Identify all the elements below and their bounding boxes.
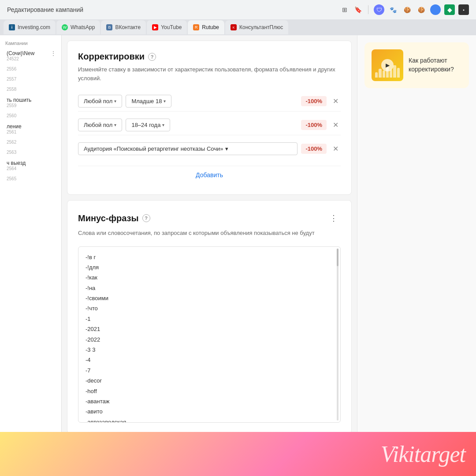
phrase-15: -авито: [86, 406, 333, 416]
sidebar-item-6[interactable]: ление 2561: [0, 121, 61, 137]
gender-select-0[interactable]: Любой пол ▾: [78, 95, 122, 108]
sidebar-item-9[interactable]: ч выезд 2564: [0, 157, 61, 174]
sidebar-item-name-0: (Сочи)\New: [7, 50, 56, 56]
video-thumbnail: ▶: [372, 49, 403, 81]
gender-select-1[interactable]: Любой пол ▾: [78, 119, 122, 131]
corrections-title-text: Корректировки: [78, 52, 145, 62]
minus-help-icon[interactable]: ?: [142, 214, 150, 222]
remove-btn-2[interactable]: ✕: [330, 144, 341, 154]
phrase-4: -!своими: [86, 293, 333, 303]
chevron-down-icon-3: ▾: [162, 123, 164, 127]
chart-bar-0: [375, 72, 378, 78]
content-area: Корректировки ? Изменяйте ставку в завис…: [62, 35, 357, 476]
tab-vk[interactable]: В ВКонтакте: [101, 20, 146, 34]
corrections-help-icon[interactable]: ?: [148, 53, 156, 61]
sidebar-item-1[interactable]: 2556: [0, 64, 61, 74]
phrase-3: -!на: [86, 283, 333, 293]
adjustment-row-0: Любой пол ▾ Младше 18 ▾ -100% ✕: [78, 91, 341, 112]
diamond-ext-icon[interactable]: ◆: [444, 4, 455, 15]
condition-label-1: 18–24 года: [131, 122, 160, 128]
tab-investing[interactable]: i Investing.com: [4, 20, 56, 34]
sidebar-item-id-4: 2559: [7, 103, 56, 108]
cookie1-ext-icon[interactable]: 🍪: [402, 4, 413, 15]
phrase-1: -!для: [86, 262, 333, 272]
gender-label-0: Любой пол: [84, 98, 112, 104]
chevron-down-icon-4: ▾: [225, 145, 228, 152]
phrase-14: -авантаж: [86, 396, 333, 406]
tab-whatsapp-label: WhatsApp: [71, 24, 95, 30]
chevron-down-icon-0: ▾: [114, 99, 116, 104]
sidebar-item-id-5: 2560: [7, 113, 56, 118]
corrections-card: Корректировки ? Изменяйте ставку в завис…: [67, 41, 352, 195]
whatsapp-favicon: W: [62, 24, 68, 30]
phrases-box[interactable]: -!в г -!для -!как -!на -!своими -!что -1…: [78, 246, 341, 423]
scrollbar-thumb[interactable]: [337, 249, 338, 266]
rutube-favicon: R: [193, 24, 199, 30]
tab-rutube-label: Rutube: [202, 24, 219, 30]
tab-icon[interactable]: ⊞: [340, 5, 350, 15]
browser-title: Редактирование кампаний: [7, 6, 83, 13]
video-card[interactable]: ▶ Как работают корректировки?: [364, 42, 469, 88]
remove-btn-0[interactable]: ✕: [330, 96, 341, 107]
watermark: Vikitarget: [0, 432, 476, 476]
sidebar-item-3[interactable]: 2558: [0, 84, 61, 94]
sidebar-item-8[interactable]: 2563: [0, 147, 61, 157]
square-ext-icon[interactable]: ▪: [458, 4, 469, 15]
scrollbar-track: [337, 249, 338, 420]
sidebar-item-10[interactable]: 2565: [0, 174, 61, 184]
remove-btn-1[interactable]: ✕: [330, 120, 341, 130]
sidebar-item-name-9: ч выезд: [7, 160, 56, 166]
sidebar-item-id-10: 2565: [7, 176, 56, 181]
bookmark-icon[interactable]: 🔖: [353, 5, 363, 15]
minus-title-text: Минус-фразы: [78, 213, 139, 223]
consultant-favicon: К: [231, 24, 237, 30]
cookie2-ext-icon[interactable]: 🍪: [416, 4, 427, 15]
phrase-8: -2022: [86, 335, 333, 345]
condition-select-1[interactable]: 18–24 года ▾: [126, 119, 170, 131]
tab-youtube-label: YouTube: [161, 24, 182, 30]
phrase-16: -автозаводская: [86, 417, 333, 423]
audience-label-0: Аудитория «Поисковый ретаргетинг неотказ…: [84, 145, 223, 152]
shield-ext-icon[interactable]: 🛡: [374, 4, 384, 15]
tab-youtube[interactable]: ▶ YouTube: [147, 20, 187, 34]
sidebar-item-id-9: 2564: [7, 166, 56, 171]
tab-rutube[interactable]: R Rutube: [188, 20, 224, 34]
audience-select-0[interactable]: Аудитория «Поисковый ретаргетинг неотказ…: [78, 142, 298, 155]
phrase-11: -7: [86, 365, 333, 376]
more-options-button[interactable]: ⋮: [327, 211, 341, 225]
percent-badge-0: -100%: [301, 96, 327, 106]
sidebar-item-2[interactable]: 2557: [0, 74, 61, 84]
sidebar-item-id-6: 2561: [7, 130, 56, 134]
browser-tabs: i Investing.com W WhatsApp В ВКонтакте ▶…: [0, 19, 476, 35]
chart-bar-1: [379, 69, 381, 78]
percent-badge-1: -100%: [301, 120, 327, 130]
sidebar-item-id-1: 2556: [7, 67, 56, 71]
chevron-down-icon-2: ▾: [114, 123, 116, 127]
chevron-down-icon-1: ▾: [164, 99, 166, 104]
tab-consultant[interactable]: К КонсультантПлюс: [225, 20, 288, 34]
sidebar-item-5[interactable]: 2560: [0, 111, 61, 121]
sidebar-item-id-3: 2558: [7, 87, 56, 92]
sidebar: Кампании ⋮ (Сочи)\New 24522 2556 2557 25…: [0, 35, 62, 476]
vk-favicon: В: [106, 24, 112, 30]
sidebar-item-7[interactable]: 2562: [0, 137, 61, 147]
percent-badge-2: -100%: [301, 144, 327, 154]
tab-whatsapp[interactable]: W WhatsApp: [56, 20, 100, 34]
animal-ext-icon[interactable]: 🐾: [388, 4, 398, 15]
sidebar-item-id-0: 24522: [7, 56, 56, 61]
blue-ext-icon[interactable]: [430, 4, 441, 15]
minus-card-header: Минус-фразы ? ⋮: [78, 211, 341, 225]
add-correction-button[interactable]: Добавить: [78, 166, 341, 184]
chart-bar-2: [383, 71, 385, 78]
sidebar-item-4[interactable]: ть пошить 2559: [0, 94, 61, 111]
minus-phrases-card: Минус-фразы ? ⋮ Слова или словосочетания…: [67, 200, 352, 434]
sidebar-menu-btn[interactable]: ⋮: [51, 50, 56, 56]
chart-bar-5: [393, 65, 396, 78]
sidebar-item-0[interactable]: ⋮ (Сочи)\New 24522: [0, 48, 61, 64]
phrase-9: -3 3: [86, 345, 333, 355]
gender-label-1: Любой пол: [84, 122, 112, 128]
chart-bar-3: [386, 67, 389, 78]
condition-select-0[interactable]: Младше 18 ▾: [126, 95, 171, 108]
investing-favicon: i: [9, 24, 15, 30]
tab-consultant-label: КонсультантПлюс: [239, 24, 283, 30]
